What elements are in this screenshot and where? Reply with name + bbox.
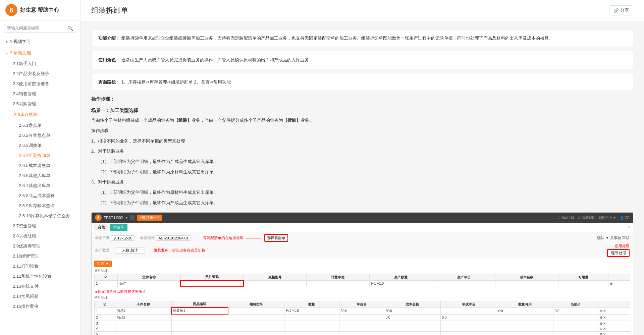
mock-lower-label: 子件明细	[94, 295, 630, 300]
mock-th: 规格型号	[244, 274, 307, 281]
mock-th: 生产单价	[432, 274, 495, 281]
mock-th: 生产数量	[369, 274, 432, 281]
mock-enable-btn[interactable]: 启用 处理	[607, 249, 630, 257]
mock-nav-center: 帮助中心 ▼	[599, 215, 616, 220]
mock-dropdown: ▼	[125, 216, 128, 220]
mock-code-val: AD-20191226-001	[156, 235, 191, 241]
sidebar-item-faq[interactable]: 2.14常见问题	[0, 291, 80, 301]
step3-2: （2）下部明细为子件明细，最终作为产成品生成其它入库单。	[91, 199, 633, 207]
mock-bom-highlight	[180, 280, 244, 287]
screenshot-container: 6 TEST-H002 ▼ 同期建账一下 ☆ App下载 ☆ 帮助帮助 帮助中心…	[91, 212, 633, 335]
table-row: 1 商品1 组装价1 约1-+1:0 30:0 30:0 0:0 0:0 ⊕	[95, 308, 630, 314]
sidebar-item-label: 1.视频学习	[10, 39, 31, 45]
mock-th: 计量单位	[306, 274, 369, 281]
sidebar-item-other-in[interactable]: 2.6.6其他入库单	[0, 171, 80, 181]
intro-block: 功能介绍： 组装拆卸单用来处理企业组装或拆卸等加工业务，支持有固定装配清单的产品…	[91, 29, 633, 47]
sidebar-item-install[interactable]: 2.2产品安装及登录	[0, 69, 80, 79]
mock-assembly-type[interactable]: 组装 ▼	[94, 261, 112, 267]
nav-list: + 1.视频学习 − 2.帮助文档 2.1新手入门 2.2产品安装及登录 2.3…	[0, 36, 80, 335]
sidebar-item-cost-calc[interactable]: 2.6.8商品成本重算	[0, 191, 80, 201]
path-text: 1、库存核算->库存管理->组装拆卸单 2、首页->常用功能	[121, 79, 231, 85]
sidebar-item-operation[interactable]: 2.10经营管理	[0, 251, 80, 261]
step2-2: （2）下部明细为子件明细，最终作为原材料生成其它出库单。	[91, 168, 633, 176]
sidebar-item-stocktake[interactable]: 2.6.1盘点单	[0, 120, 80, 130]
mock-th: 成本金额	[495, 274, 558, 281]
mock-app-title: TEST-H002	[104, 216, 123, 220]
page-title: 组装拆卸单	[91, 5, 128, 15]
mock-tab-new[interactable]: 新建单	[110, 224, 127, 231]
screenshot-mock: 6 TEST-H002 ▼ 同期建账一下 ☆ App下载 ☆ 帮助帮助 帮助中心…	[91, 212, 633, 335]
intro-text: 组装拆卸单用来处理企业组装或拆卸等加工业务，支持有固定装配清单的产品加工业务，也…	[121, 36, 553, 41]
sidebar-item-mobile[interactable]: 2.8手机旺铺	[0, 231, 80, 241]
sidebar-item-fund[interactable]: 2.7资金管理	[0, 221, 80, 231]
mock-th	[608, 274, 630, 281]
mock-select-bom-btn[interactable]: 选择装配单	[264, 234, 288, 242]
mock-code-label: 单据编号	[140, 235, 155, 240]
mock-nav-help: ☆ 帮助帮助	[578, 215, 595, 220]
sidebar-item-adjust[interactable]: 2.6.3调拨单	[0, 141, 80, 151]
table-row: 4⊕ ✕	[95, 326, 630, 331]
sidebar-item-video[interactable]: + 1.视频学习	[0, 36, 80, 47]
table-row: 5⊕ ✕	[95, 331, 630, 335]
share-label: 分享	[620, 7, 629, 13]
mock-settings-icon	[130, 215, 135, 220]
sidebar-item-new-user[interactable]: 2.1新手入门	[0, 59, 80, 69]
search-box[interactable]: 🔍	[4, 24, 76, 33]
steps-title: 操作步骤：	[91, 127, 633, 135]
mock-nav-user: 👤 CC	[620, 216, 630, 220]
annotation-free-entry: 无固定清单可以随时在这里录入	[94, 289, 630, 294]
mock-th: 可用量	[558, 274, 608, 281]
search-input[interactable]	[7, 26, 67, 31]
sidebar-item-other-out[interactable]: 2.6.7其他出库单	[0, 181, 80, 191]
mock-th: ☑	[95, 274, 118, 281]
collapse-icon: −	[9, 112, 12, 117]
annotation-type: 组装业务、拆卸业务在这里切换	[154, 248, 205, 253]
sidebar-header: 6 好生意 帮助中心	[0, 0, 80, 20]
role-block: 使用角色： 通常由生产人员或库管人员完成拆装业务的操作，库管人员确认原材料的出库…	[91, 51, 633, 69]
mock-new-btn[interactable]: 同期建账一下	[137, 215, 162, 221]
annotation-enable: 启用处理	[615, 243, 630, 248]
mock-upper-label: 父件明细	[94, 268, 630, 273]
sidebar-item-docs[interactable]: − 2.帮助文档	[0, 47, 80, 59]
mock-logo: 6	[95, 214, 102, 221]
search-icon[interactable]: 🔍	[67, 25, 73, 31]
role-label: 使用角色：	[98, 57, 120, 62]
sidebar-item-data-prep[interactable]: 2.3使用前数据准备	[0, 79, 80, 89]
sidebar-item-custom[interactable]: 2.12系统个性化设置	[0, 271, 80, 281]
sidebar-item-label: 2.6库存核算	[14, 112, 38, 118]
mock-qty-label: 生产数量	[95, 248, 110, 253]
sidebar-item-sales[interactable]: 2.4销售管理	[0, 89, 80, 99]
path-label: 页面路径：	[98, 79, 120, 85]
mock-actions: 确认 ▼ 反审核 审核	[597, 235, 630, 240]
step3-1: （1）上部明细为父件明细，最终作为原材料生成其它出库单；	[91, 188, 633, 197]
sidebar-item-coupon[interactable]: 2.9优惠券管理	[0, 241, 80, 251]
sidebar-item-purchase[interactable]: 2.5采购管理	[0, 99, 80, 109]
logo-icon: 6	[5, 4, 17, 16]
main-header: 组装拆卸单 🔗 分享	[80, 0, 644, 21]
main-content: 组装拆卸单 🔗 分享 功能介绍： 组装拆卸单用来处理企业组装或拆卸等加工业务，支…	[80, 0, 644, 335]
sidebar-item-online-pay[interactable]: 2.13在线支付	[0, 281, 80, 291]
mock-close[interactable]: ✕	[628, 225, 630, 229]
sidebar-item-print[interactable]: 2.11打印设置	[0, 261, 80, 271]
sidebar-item-inventory[interactable]: − 2.6库存核算	[0, 109, 80, 120]
mock-tab-self[interactable]: 自然	[94, 224, 108, 231]
mock-date-val: 2019-12-26	[111, 235, 135, 241]
share-button[interactable]: 🔗 分享	[609, 5, 633, 15]
mock-th: 父件名称	[117, 274, 180, 281]
step2-1: （1）上部明细为父件明细，最终作为产成品生成其它入库单；	[91, 158, 633, 166]
table-row: 3⊕ ✕	[95, 321, 630, 326]
share-icon: 🔗	[613, 8, 619, 13]
mock-date-label: 单据日期	[95, 235, 110, 240]
step3: 3、对于拆卖业务	[91, 178, 633, 186]
sidebar-item-cases[interactable]: 2.15操作案例	[0, 301, 80, 312]
mock-upper-table: ☑ 父件名称 父件编码 规格型号 计量单位 生产数量 生产单价 成本金额 可用量	[94, 274, 630, 287]
sidebar-item-cost-adjust[interactable]: 2.6.5成本调整单	[0, 161, 80, 171]
sidebar-item-stock-check[interactable]: 2.6.9库存账本查询	[0, 201, 80, 211]
sidebar-item-label: 2.帮助文档	[10, 50, 31, 56]
role-text: 通常由生产人员或库管人员完成拆装业务的操作，库管人员确认原材料的出库和产成品的入…	[121, 57, 309, 62]
mock-qty-val: 人数 总计	[115, 247, 145, 254]
sidebar-item-assembly[interactable]: 2.6.4组装拆卸单	[0, 151, 80, 161]
sidebar-item-stock-error[interactable]: 2.6.10库存账本错了怎么办	[0, 211, 80, 221]
logo-text: 好生意 帮助中心	[20, 7, 59, 14]
sidebar-item-partial-stock[interactable]: 2.6.2分量盘点单	[0, 130, 80, 141]
